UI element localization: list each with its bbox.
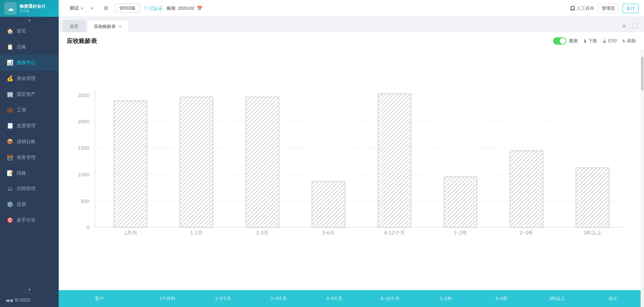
sidebar: ▲ 🏠 首页 📋 总账 📊 报表中心 💰 资金管理 🏢 固定资产 [0,17,59,307]
company-selector[interactable]: 测试 ▾ [69,5,83,11]
chevron-down-icon: ▾ [81,6,83,11]
col-2-3m: 2~3个月 [251,290,307,307]
sidebar-label-archive: 归档管理 [17,186,36,192]
sidebar-item-invoice[interactable]: 🧾 发票管理 [0,118,59,134]
tab-close-window-icon[interactable]: ✕ [620,22,628,30]
support-button[interactable]: 🎧 人工咨询 [570,5,594,11]
sidebar-item-ledger[interactable]: 📋 总账 [0,39,59,55]
tab-aging-label: 应收账龄表 [94,24,116,30]
tab-home-label: 首页 [70,24,78,30]
col-1-2y: 1~2年 [418,290,474,307]
col-total: 合计 [585,290,641,307]
chart-toggle-switch[interactable] [553,37,567,45]
scrollbar-thumb [641,57,644,90]
fixed-assets-icon: 🏢 [7,91,13,97]
main-content: 0 500 1000 1500 2000 2500 [59,50,641,307]
role-button[interactable]: 会计 [623,4,639,13]
sidebar-label-guide: 新手引导 [17,217,36,223]
download-button[interactable]: ⬇ 下载 [583,38,597,44]
page-actions: 图表 ⬇ 下载 🖨 打印 ↻ 刷新 [553,37,636,45]
tab-expand-icon[interactable]: ⛶ [631,22,639,30]
page-content: 应收账龄表 图表 ⬇ 下载 🖨 打印 ↻ [59,32,644,307]
sidebar-item-funds[interactable]: 💰 资金管理 [0,71,59,86]
payroll-icon: 💼 [7,107,13,113]
tab-bar: 首页 应收账龄表 ✕ ✕ ⛶ [59,17,644,32]
scroll-down-indicator[interactable]: ▼ [0,287,59,293]
bar-3 [246,97,279,227]
bar-7 [510,151,543,227]
table-header: 客户 1个月内 1~2个月 2~3个月 3~6个月 6~12个月 1~2年 2~… [59,290,641,307]
svg-text:3年以上: 3年以上 [584,230,602,235]
sidebar-item-home[interactable]: 🏠 首页 [0,23,59,39]
sidebar-item-reports[interactable]: 📊 报表中心 [0,55,59,71]
reports-icon: 📊 [7,59,13,66]
svg-text:500: 500 [81,198,90,204]
guide-icon: 🎯 [7,217,13,223]
bar-2 [180,97,213,227]
bar-8 [576,168,609,227]
svg-text:1-2月: 1-2月 [190,230,203,235]
sidebar-label-payroll: 工资 [17,107,26,113]
svg-text:6-12个月: 6-12个月 [384,230,405,235]
certified-label: 已认证 [150,5,163,11]
download-label: 下载 [588,38,597,44]
logo-subtitle: 专业版 [19,9,46,13]
print-button[interactable]: 🖨 打印 [602,38,617,44]
invoice-icon: 🧾 [7,123,13,129]
old-version-button[interactable]: 切到旧版 [115,4,140,13]
tax-icon: 🧮 [7,154,13,161]
logo-text: 畅捷通好会计 专业版 [19,4,46,13]
col-2-3y: 2~3年 [474,290,529,307]
tab-home[interactable]: 首页 [63,20,86,32]
company-name: 测试 [69,5,79,11]
sidebar-item-payroll[interactable]: 💼 工资 [0,102,59,118]
settings-side-icon: ⚙️ [7,201,13,208]
scroll-up-indicator[interactable]: ▲ [0,17,59,23]
refresh-icon: ↻ [622,39,626,44]
sidebar-item-archive[interactable]: 🗂 归档管理 [0,181,59,196]
right-scrollbar[interactable] [641,50,644,307]
print-icon: 🖨 [602,39,607,44]
period-text: 账期 [167,5,175,11]
page-title: 应收账龄表 [67,37,97,45]
chart-container: 0 500 1000 1500 2000 2500 [59,50,641,290]
chart-toggle-label: 图表 [569,38,578,44]
sidebar-item-closing[interactable]: 📝 结账 [0,165,59,181]
chart-toggle-group: 图表 [553,37,578,45]
archive-icon: 🗂 [7,186,13,192]
support-label: 人工咨询 [577,5,594,11]
svg-text:1500: 1500 [78,145,89,151]
sidebar-item-fixed-assets[interactable]: 🏢 固定资产 [0,86,59,102]
table-section: 客户 1个月内 1~2个月 2~3个月 3~6个月 6~12个月 1~2年 2~… [59,290,641,307]
ledger-icon: 📋 [7,44,13,50]
bar-5 [378,94,411,227]
tab-aging[interactable]: 应收账龄表 ✕ [87,20,129,32]
certified-badge: 🛡 已认证 [144,5,163,11]
col-customer: 客户 [59,290,140,307]
headset-icon: 🎧 [570,6,575,11]
sidebar-label-home: 首页 [17,28,26,34]
logo-icon: ☁ [4,2,17,15]
sidebar-label-sales: 进销台账 [17,139,36,145]
sidebar-item-sales[interactable]: 📦 进销台账 [0,134,59,149]
add-icon[interactable]: ＋ [87,3,97,13]
period-label: 账期 2023-02 📅 [167,5,202,11]
sidebar-item-tax[interactable]: 🧮 税务管理 [0,149,59,165]
main-layout: ▲ 🏠 首页 📋 总账 📊 报表中心 💰 资金管理 🏢 固定资产 [0,17,644,307]
sidebar-label-funds: 资金管理 [17,76,36,82]
refresh-button[interactable]: ↻ 刷新 [622,38,636,44]
col-1-2m: 1~2个月 [195,290,251,307]
user-button[interactable]: 管理员 [598,4,619,13]
cancel-fixed-label: 取消固定 [15,297,31,303]
sidebar-item-guide[interactable]: 🎯 新手引导 [0,212,59,228]
cancel-fixed-button[interactable]: ◀◀ 取消固定 [0,293,59,307]
tab-close-icon[interactable]: ✕ [118,25,122,29]
svg-text:2-3月: 2-3月 [256,230,269,235]
sidebar-item-settings[interactable]: ⚙️ 设置 [0,196,59,212]
settings-icon[interactable]: ⚙ [101,3,111,13]
refresh-label: 刷新 [627,38,636,44]
calendar-icon[interactable]: 📅 [197,6,202,11]
sidebar-label-tax: 税务管理 [17,155,36,161]
svg-text:2500: 2500 [78,92,89,98]
sidebar-label-fixed-assets: 固定资产 [17,91,36,97]
